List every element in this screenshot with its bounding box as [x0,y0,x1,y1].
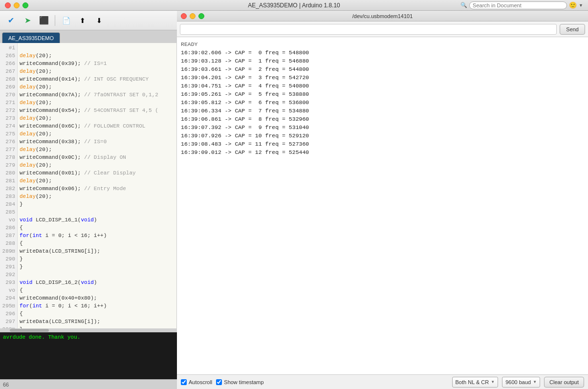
line-num-270: 269 [0,83,15,91]
serial-output-line: 16:39:05.812 -> CAP = 6 freq = 536800 [181,98,584,107]
code-line: for(int i = 0; i < 16; i++) [20,232,174,239]
line-num-290: 288 [0,239,15,247]
serial-output-line: 16:39:03.661 -> CAP = 2 freq = 544800 [181,65,584,73]
line-num-289: 287 [0,232,15,239]
status-text: 66 [3,382,9,388]
code-content[interactable]: delay(20); writeCommand(0x39); // IS=1 d… [18,43,176,332]
verify-button[interactable]: ✔ [4,14,18,27]
code-line [20,44,174,52]
window-title: AE_AS3935DEMO | Arduino 1.8.10 [248,2,340,9]
line-num-269: 268 [0,75,15,83]
line-num-297: 294 [0,294,15,302]
search-input[interactable] [469,1,567,9]
serial-output-line: 16:39:07.392 -> CAP = 9 freq = 531040 [181,123,584,131]
code-line: delay(20); [20,114,174,122]
tab-ae-as3935demo[interactable]: AE_AS3935DEMO [2,32,60,43]
show-timestamp-checkbox[interactable] [216,379,222,385]
line-num-276: 275 [0,130,15,138]
autoscroll-label: Autoscroll [189,379,212,385]
serial-output-line: 16:39:06.334 -> CAP = 7 freq = 534880 [181,107,584,115]
code-line: } [20,263,174,271]
line-num-282: 281 [0,177,15,185]
code-line: writeCommand(0x14); // INT OSC FREQUENCY [20,75,174,83]
upload-button[interactable]: ➤ [21,14,34,27]
window-controls[interactable] [5,2,28,8]
horizontal-scrollbar[interactable] [0,328,177,332]
debug-button[interactable]: ⬛ [37,14,51,27]
code-line: writeCommand(0x0C); // Display ON [20,153,174,161]
serial-monitor: /dev/cu.usbmodem14101 Send READY 16:39:0… [177,11,588,389]
line-num-279: 278 [0,153,15,161]
line-num-265: #i [0,44,15,52]
serial-footer: Autoscroll Show timestamp Both NL & CR ▼… [177,374,588,389]
maximize-button[interactable] [22,2,28,8]
code-line [20,271,174,279]
serial-title-text: /dev/cu.usbmodem14101 [352,13,413,19]
serial-close-button[interactable] [181,13,187,19]
minimize-button[interactable] [14,2,20,8]
tab-label: AE_AS3935DEMO [8,35,54,41]
code-line: delay(20); [20,67,174,75]
clear-output-button[interactable]: Clear output [544,377,584,388]
serial-maximize-button[interactable] [198,13,204,19]
line-num-298: 295⊟ [0,302,15,310]
show-timestamp-checkbox-group[interactable]: Show timestamp [216,379,263,385]
line-ending-dropdown[interactable]: Both NL & CR ▼ [452,377,499,388]
line-num-280: 279 [0,161,15,169]
serial-input-field[interactable] [180,24,557,35]
send-button[interactable]: Send [560,24,585,35]
serial-output-ready: READY [181,40,584,48]
code-line: void LCD_DISP_16_2(void) [20,279,174,286]
autoscroll-checkbox-group[interactable]: Autoscroll [181,379,212,385]
close-button[interactable] [5,2,11,8]
code-line: delay(20); [20,177,174,185]
line-num-296: vo [0,286,15,294]
code-line: writeData(LCD_STRING[i]); [20,247,174,255]
serial-output-line: 16:39:04.201 -> CAP = 3 freq = 542720 [181,73,584,82]
line-num-295: 293 [0,279,15,286]
code-line: { [20,286,174,294]
line-num-300: 297 [0,318,15,325]
line-num-266: 265 [0,52,15,60]
open-button[interactable]: ⬆ [76,14,89,27]
line-num-272: 271 [0,99,15,107]
code-line: } [20,255,174,263]
serial-output-line: 16:39:07.926 -> CAP = 10 freq = 529120 [181,131,584,140]
serial-minimize-button[interactable] [190,13,196,19]
code-line: writeCommand(0x01); // Clear Display [20,169,174,177]
baud-rate-value: 9600 baud [505,379,531,385]
tab-bar: AE_AS3935DEMO [0,30,177,43]
baud-rate-dropdown[interactable]: 9600 baud ▼ [502,377,540,388]
code-line: writeData(LCD_STRING[i]); [20,318,174,325]
code-editor[interactable]: #i 265 266 267 268 269 270 271 272 273 2… [0,43,177,332]
autoscroll-checkbox[interactable] [181,379,187,385]
serial-window-controls[interactable] [181,13,204,19]
line-numbers: #i 265 266 267 268 269 270 271 272 273 2… [0,43,18,332]
line-num-291: 289⊟ [0,247,15,255]
chevron-down-icon[interactable]: ▼ [579,3,583,8]
console-output: avrdude done. Thank you. [3,334,174,340]
line-num-278: 277 [0,146,15,153]
code-line [20,208,174,216]
baud-rate-chevron-icon: ▼ [533,380,537,384]
line-num-274: 273 [0,114,15,122]
serial-output-line: 16:39:06.861 -> CAP = 8 freq = 532960 [181,115,584,123]
serial-title-bar: /dev/cu.usbmodem14101 [177,11,588,22]
code-line: { [20,239,174,247]
title-bar: AE_AS3935DEMO | Arduino 1.8.10 🔍 🙂 ▼ [0,0,588,11]
code-line: writeCommand(0x54); // 54CONTRAST SET 4,… [20,107,174,114]
line-num-268: 267 [0,67,15,75]
line-ending-value: Both NL & CR [456,379,489,385]
code-line: { [20,224,174,232]
line-num-284: 283 [0,193,15,200]
line-num-288: 286 [0,224,15,232]
save-button[interactable]: ⬇ [92,14,106,27]
new-button[interactable]: 📄 [59,14,73,27]
code-line: writeCommand(0x39); // IS=1 [20,60,174,67]
line-num-287: vo [0,216,15,224]
line-num-285: 284 [0,200,15,208]
code-line: { [20,310,174,318]
code-line: delay(20); [20,146,174,153]
scrollbar-thumb[interactable] [10,329,49,332]
code-line: } [20,200,174,208]
